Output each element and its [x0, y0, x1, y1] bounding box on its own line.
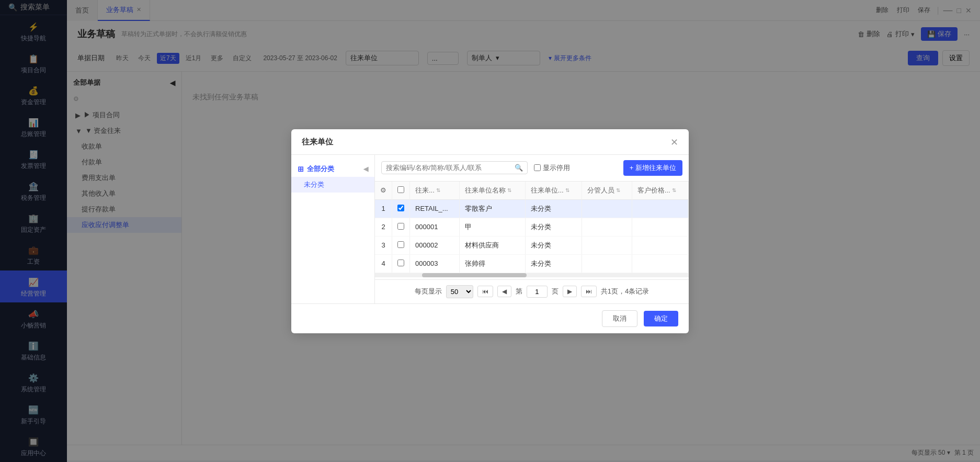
- row-checkbox-4[interactable]: [397, 260, 404, 266]
- dialog-title: 往来单位: [302, 137, 333, 147]
- dialog-categories: ⊞ 全部分类 ◀ 未分类: [291, 155, 375, 303]
- row-name: 甲: [460, 218, 525, 236]
- dialog-body: ⊞ 全部分类 ◀ 未分类 🔍 显示停用: [291, 155, 689, 303]
- partner-dialog: 往来单位 ✕ ⊞ 全部分类 ◀ 未分类: [291, 129, 689, 333]
- row-category: 未分类: [525, 199, 582, 218]
- sort-icon4: ⇅: [616, 187, 620, 193]
- th-code: 往来...⇅: [410, 182, 460, 200]
- sort-icon5: ⇅: [672, 187, 676, 193]
- row-manager: [582, 254, 632, 273]
- table-row[interactable]: 1 RETAIL_... 零散客户 未分类: [375, 199, 689, 218]
- add-partner-btn[interactable]: + 新增往来单位: [623, 160, 682, 176]
- th-category: 往来单位...⇅: [525, 182, 582, 200]
- row-checkbox-1[interactable]: [397, 205, 404, 211]
- dialog-header: 往来单位 ✕: [291, 129, 689, 155]
- confirm-button[interactable]: 确定: [644, 311, 678, 326]
- dialog-close-icon[interactable]: ✕: [670, 137, 678, 148]
- row-checkbox[interactable]: [392, 199, 410, 218]
- row-category: 未分类: [525, 236, 582, 254]
- row-code: 000002: [410, 236, 460, 254]
- table-row[interactable]: 3 000002 材料供应商 未分类: [375, 236, 689, 254]
- per-page-label: 每页显示: [415, 287, 442, 296]
- next-page-btn[interactable]: ▶: [563, 286, 577, 297]
- row-manager: [582, 236, 632, 254]
- sort-icon3: ⇅: [565, 187, 569, 193]
- prev-page-btn[interactable]: ◀: [497, 286, 511, 297]
- page-label: 第: [516, 287, 522, 296]
- select-all-checkbox[interactable]: [397, 186, 404, 193]
- row-manager: [582, 218, 632, 236]
- sort-icon: ⇅: [436, 187, 440, 193]
- unclassified-label: 未分类: [304, 181, 324, 188]
- page-input[interactable]: [527, 286, 548, 298]
- row-code: 000003: [410, 254, 460, 273]
- row-code: 000001: [410, 218, 460, 236]
- show-disabled[interactable]: 显示停用: [534, 163, 570, 173]
- row-num: 1: [375, 199, 392, 218]
- grid-icon: ⊞: [298, 165, 304, 173]
- dialog-pagination: 每页显示 50 100 ⏮ ◀ 第 页 ▶ ⏭ 共1页，4条记录: [375, 279, 689, 303]
- all-categories-label: 全部分类: [307, 164, 334, 174]
- dialog-right: 🔍 显示停用 + 新增往来单位 ⚙: [375, 155, 689, 303]
- row-category: 未分类: [525, 218, 582, 236]
- dialog-table: ⚙ 往来...⇅ 往来单位名称⇅ 往来单位...⇅: [375, 182, 689, 273]
- row-category: 未分类: [525, 254, 582, 273]
- row-price: [632, 254, 688, 273]
- th-settings[interactable]: ⚙: [375, 182, 392, 200]
- cancel-button[interactable]: 取消: [602, 310, 637, 327]
- row-checkbox[interactable]: [392, 236, 410, 254]
- dialog-scrollbar-thumb[interactable]: [422, 273, 527, 277]
- first-page-btn[interactable]: ⏮: [477, 286, 493, 297]
- row-checkbox-3[interactable]: [397, 241, 404, 248]
- row-price: [632, 218, 688, 236]
- row-price: [632, 199, 688, 218]
- show-disabled-checkbox[interactable]: [534, 164, 541, 171]
- table-row[interactable]: 2 000001 甲 未分类: [375, 218, 689, 236]
- row-checkbox[interactable]: [392, 254, 410, 273]
- all-categories-header[interactable]: ⊞ 全部分类 ◀: [291, 161, 374, 177]
- dialog-scrollbar[interactable]: [375, 273, 689, 277]
- row-name: 零散客户: [460, 199, 525, 218]
- search-input[interactable]: [386, 164, 511, 172]
- search-icon: 🔍: [515, 164, 523, 172]
- row-price: [632, 236, 688, 254]
- page-suffix: 页: [552, 287, 559, 296]
- row-num: 3: [375, 236, 392, 254]
- collapse-icon[interactable]: ◀: [363, 165, 368, 173]
- total-text: 共1页，4条记录: [601, 287, 649, 296]
- dialog-overlay: 往来单位 ✕ ⊞ 全部分类 ◀ 未分类: [0, 0, 980, 462]
- th-name: 往来单位名称⇅: [460, 182, 525, 200]
- th-manager: 分管人员⇅: [582, 182, 632, 200]
- row-checkbox[interactable]: [392, 218, 410, 236]
- th-price: 客户价格...⇅: [632, 182, 688, 200]
- show-disabled-label: 显示停用: [543, 163, 570, 173]
- table-row[interactable]: 4 000003 张帅得 未分类: [375, 254, 689, 273]
- row-code: RETAIL_...: [410, 199, 460, 218]
- th-checkbox[interactable]: [392, 182, 410, 200]
- row-num: 2: [375, 218, 392, 236]
- row-name: 张帅得: [460, 254, 525, 273]
- per-page-select[interactable]: 50 100: [446, 285, 473, 298]
- cat-item-unclassified[interactable]: 未分类: [291, 177, 374, 193]
- row-manager: [582, 199, 632, 218]
- dialog-toolbar: 🔍 显示停用 + 新增往来单位: [375, 155, 689, 182]
- dialog-footer: 取消 确定: [291, 303, 689, 333]
- row-name: 材料供应商: [460, 236, 525, 254]
- row-checkbox-2[interactable]: [397, 223, 404, 230]
- row-num: 4: [375, 254, 392, 273]
- last-page-btn[interactable]: ⏭: [581, 286, 597, 297]
- search-box[interactable]: 🔍: [381, 161, 528, 174]
- sort-icon2: ⇅: [507, 187, 511, 193]
